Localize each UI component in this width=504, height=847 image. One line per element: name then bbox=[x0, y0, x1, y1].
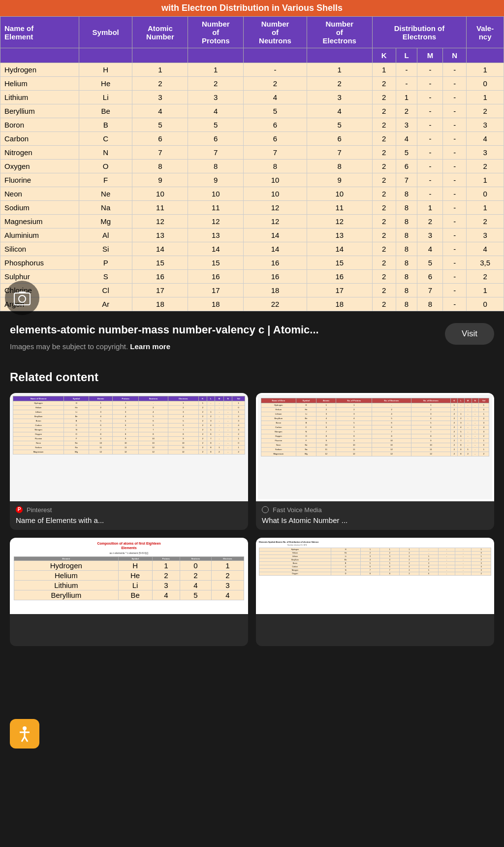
cell-l: 8 bbox=[396, 215, 417, 228]
svg-line-6 bbox=[22, 737, 25, 742]
related-card-1[interactable]: Name of Element Symbol Atomic Protons Ne… bbox=[10, 393, 248, 530]
cell-l: 6 bbox=[396, 160, 417, 173]
col-subheader-m: M bbox=[417, 48, 443, 63]
svg-line-7 bbox=[25, 737, 28, 742]
cell-k: 2 bbox=[372, 201, 396, 215]
table-row: Fluorine F 9 9 10 9 2 7 - - 1 bbox=[0, 173, 504, 187]
cell-symbol: H bbox=[79, 63, 132, 77]
cell-k: 2 bbox=[372, 146, 396, 160]
cell-neutrons: 14 bbox=[244, 242, 307, 256]
bottom-cards: Composition of atoms of first Eighteen E… bbox=[10, 538, 494, 646]
cell-neutrons: 12 bbox=[244, 201, 307, 215]
related-card-4-image: Elements Symbol Atomic No. of Distributi… bbox=[256, 538, 494, 614]
cell-m: 6 bbox=[417, 270, 443, 284]
visit-button[interactable]: Visit bbox=[445, 323, 494, 345]
cell-n: - bbox=[443, 228, 467, 242]
table-row: Aluminium Al 13 13 14 13 2 8 3 - 3 bbox=[0, 228, 504, 242]
col-subheader-k: K bbox=[372, 48, 396, 63]
cell-symbol: Be bbox=[79, 104, 132, 118]
col-subheader-electrons bbox=[307, 48, 372, 63]
cell-neutrons: 6 bbox=[244, 132, 307, 146]
screenshot-overlay[interactable] bbox=[5, 281, 39, 315]
accessibility-button[interactable] bbox=[10, 719, 39, 749]
cell-valency: 2 bbox=[467, 104, 504, 118]
cell-valency: 0 bbox=[467, 77, 504, 91]
related-card-3[interactable]: Composition of atoms of first Eighteen E… bbox=[10, 538, 248, 646]
cell-l: 5 bbox=[396, 146, 417, 160]
cell-neutrons: 6 bbox=[244, 118, 307, 132]
cell-k: 2 bbox=[372, 104, 396, 118]
pinterest-icon: P bbox=[16, 506, 23, 513]
cell-electrons: 18 bbox=[307, 297, 372, 311]
cell-m: 2 bbox=[417, 215, 443, 228]
cell-protons: 13 bbox=[188, 228, 244, 242]
cell-m: - bbox=[417, 77, 443, 91]
cell-symbol: P bbox=[79, 256, 132, 270]
cell-name: Oxygen bbox=[0, 160, 79, 173]
related-card-1-info: P Pinterest Name of Elements with a... bbox=[10, 501, 248, 530]
col-subheader-n: N bbox=[443, 48, 467, 63]
cell-electrons: 5 bbox=[307, 118, 372, 132]
cell-k: 2 bbox=[372, 256, 396, 270]
related-card-4[interactable]: Elements Symbol Atomic No. of Distributi… bbox=[256, 538, 494, 646]
cell-n: - bbox=[443, 256, 467, 270]
col-subheader-atomic bbox=[132, 48, 188, 63]
cell-symbol: B bbox=[79, 118, 132, 132]
cell-atomic: 15 bbox=[132, 256, 188, 270]
cell-valency: 1 bbox=[467, 63, 504, 77]
cell-n: - bbox=[443, 242, 467, 256]
cell-atomic: 13 bbox=[132, 228, 188, 242]
table-row: Magnesium Mg 12 12 12 12 2 8 2 - 2 bbox=[0, 215, 504, 228]
cell-protons: 14 bbox=[188, 242, 244, 256]
table-row: Helium He 2 2 2 2 2 - - - 0 bbox=[0, 77, 504, 91]
cell-electrons: 12 bbox=[307, 215, 372, 228]
globe-icon bbox=[262, 506, 269, 513]
cell-k: 2 bbox=[372, 270, 396, 284]
col-subheader-valency bbox=[467, 48, 504, 63]
cell-atomic: 7 bbox=[132, 146, 188, 160]
cell-l: 2 bbox=[396, 104, 417, 118]
cell-atomic: 14 bbox=[132, 242, 188, 256]
svg-point-1 bbox=[19, 295, 26, 302]
cell-k: 1 bbox=[372, 63, 396, 77]
table-row: Phosphorus P 15 15 16 15 2 8 5 - 3,5 bbox=[0, 256, 504, 270]
cell-l: 8 bbox=[396, 256, 417, 270]
cell-l: - bbox=[396, 63, 417, 77]
related-card-1-image: Name of Element Symbol Atomic Protons Ne… bbox=[10, 393, 248, 501]
cell-neutrons: 7 bbox=[244, 146, 307, 160]
cell-m: - bbox=[417, 91, 443, 104]
related-card-1-source: P Pinterest bbox=[16, 506, 242, 514]
cell-valency: 3 bbox=[467, 228, 504, 242]
cell-n: - bbox=[443, 77, 467, 91]
cell-neutrons: 16 bbox=[244, 270, 307, 284]
cell-l: 8 bbox=[396, 201, 417, 215]
related-card-2[interactable]: Name of Elem Symbol Atomic No. of Proton… bbox=[256, 393, 494, 530]
cell-protons: 4 bbox=[188, 104, 244, 118]
screenshot-icon bbox=[12, 288, 32, 308]
cell-electrons: 9 bbox=[307, 173, 372, 187]
cell-name: Nitrogen bbox=[0, 146, 79, 160]
cell-m: 5 bbox=[417, 256, 443, 270]
cell-neutrons: 16 bbox=[244, 256, 307, 270]
cell-neutrons: 14 bbox=[244, 228, 307, 242]
cell-k: 2 bbox=[372, 173, 396, 187]
cell-m: - bbox=[417, 118, 443, 132]
cell-valency: 3 bbox=[467, 118, 504, 132]
table-row: Carbon C 6 6 6 6 2 4 - - 4 bbox=[0, 132, 504, 146]
elements-table: Name ofElement Symbol AtomicNumber Numbe… bbox=[0, 16, 504, 311]
col-subheader-name bbox=[0, 48, 79, 63]
table-row: Neon Ne 10 10 10 10 2 8 - - 0 bbox=[0, 187, 504, 201]
cell-name: Sodium bbox=[0, 201, 79, 215]
cell-m: 1 bbox=[417, 201, 443, 215]
cell-electrons: 4 bbox=[307, 104, 372, 118]
cell-atomic: 9 bbox=[132, 173, 188, 187]
cell-name: Neon bbox=[0, 187, 79, 201]
cell-atomic: 2 bbox=[132, 77, 188, 91]
cell-neutrons: 5 bbox=[244, 104, 307, 118]
cell-k: 2 bbox=[372, 187, 396, 201]
cell-symbol: Na bbox=[79, 201, 132, 215]
table-row: Nitrogen N 7 7 7 7 2 5 - - 3 bbox=[0, 146, 504, 160]
cell-electrons: 17 bbox=[307, 284, 372, 297]
cell-valency: 1 bbox=[467, 91, 504, 104]
learn-more-link[interactable]: Learn more bbox=[130, 342, 170, 351]
